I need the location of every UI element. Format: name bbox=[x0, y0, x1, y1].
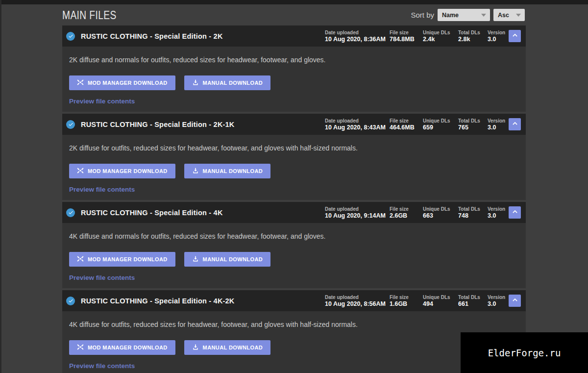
total-dls-label: Total DLs bbox=[458, 294, 488, 300]
file-description: 4K diffuse for outfits, reduced sizes fo… bbox=[69, 320, 516, 329]
date-uploaded-label: Date uploaded bbox=[325, 294, 390, 300]
chevron-up-icon bbox=[512, 208, 518, 217]
total-dls-label: Total DLs bbox=[458, 206, 488, 212]
chevron-up-icon bbox=[512, 297, 518, 305]
vortex-icon bbox=[77, 255, 84, 263]
download-buttons-row: MOD MANAGER DOWNLOAD MANUAL DOWNLOAD bbox=[69, 164, 516, 178]
total-dls-label: Total DLs bbox=[458, 118, 488, 124]
mod-manager-download-label: MOD MANAGER DOWNLOAD bbox=[88, 345, 168, 350]
total-dls-value: 661 bbox=[458, 300, 488, 308]
manual-download-button[interactable]: MANUAL DOWNLOAD bbox=[184, 164, 271, 178]
collapse-button[interactable] bbox=[509, 206, 521, 219]
file-body: 4K diffuse for outfits, reduced sizes fo… bbox=[62, 311, 526, 373]
total-dls-value: 2.8k bbox=[458, 36, 488, 43]
preview-file-contents-link[interactable]: Preview file contents bbox=[69, 274, 135, 281]
date-uploaded-label: Date uploaded bbox=[325, 29, 390, 36]
mod-manager-download-button[interactable]: MOD MANAGER DOWNLOAD bbox=[69, 252, 175, 267]
mod-manager-download-label: MOD MANAGER DOWNLOAD bbox=[88, 168, 168, 174]
unique-dls-value: 659 bbox=[423, 124, 458, 131]
total-dls-value: 748 bbox=[458, 212, 488, 220]
manual-download-button[interactable]: MANUAL DOWNLOAD bbox=[184, 75, 271, 90]
date-uploaded-value: 10 Aug 2020, 8:56AM bbox=[325, 300, 390, 308]
file-size-value: 1.6GB bbox=[390, 300, 423, 308]
file-header[interactable]: RUSTIC CLOTHING - Special Edition - 2K-1… bbox=[62, 114, 526, 135]
mod-manager-download-button[interactable]: MOD MANAGER DOWNLOAD bbox=[69, 340, 175, 355]
mod-manager-download-button[interactable]: MOD MANAGER DOWNLOAD bbox=[69, 164, 175, 178]
file-header[interactable]: RUSTIC CLOTHING - Special Edition - 4K-2… bbox=[62, 290, 526, 311]
collapse-button[interactable] bbox=[509, 295, 521, 307]
sort-field-select[interactable]: Name bbox=[438, 9, 490, 21]
version-label: Version bbox=[488, 118, 509, 124]
file-body: 2K diffuse and normals for outfits, redu… bbox=[62, 47, 526, 112]
file-title: RUSTIC CLOTHING - Special Edition - 4K bbox=[81, 209, 325, 217]
unique-dls-value: 663 bbox=[423, 212, 458, 220]
watermark: ElderForge.ru bbox=[461, 332, 588, 373]
unique-dls-label: Unique DLs bbox=[423, 206, 458, 212]
manual-download-label: MANUAL DOWNLOAD bbox=[203, 80, 263, 86]
main-files-section: MAIN FILES Sort by Name Asc RUSTIC CLOTH… bbox=[62, 4, 526, 373]
sort-field-value: Name bbox=[442, 12, 459, 19]
file-description: 2K diffuse for outfits, reduced sizes fo… bbox=[69, 143, 516, 153]
version-value: 3.0 bbox=[488, 36, 509, 43]
window-top-edge bbox=[0, 0, 588, 4]
vortex-icon bbox=[77, 167, 84, 175]
file-meta: Date uploaded10 Aug 2020, 9:14AM File si… bbox=[325, 206, 521, 220]
file-size-value: 2.6GB bbox=[390, 212, 423, 220]
section-header-row: MAIN FILES Sort by Name Asc bbox=[62, 4, 526, 25]
unique-dls-value: 494 bbox=[423, 300, 458, 308]
file-body: 2K diffuse for outfits, reduced sizes fo… bbox=[62, 135, 526, 200]
version-label: Version bbox=[488, 206, 509, 212]
unique-dls-label: Unique DLs bbox=[423, 29, 458, 36]
unique-dls-value: 2.4k bbox=[423, 36, 458, 43]
preview-file-contents-link[interactable]: Preview file contents bbox=[69, 362, 135, 370]
download-icon bbox=[192, 79, 199, 87]
mod-manager-download-label: MOD MANAGER DOWNLOAD bbox=[88, 80, 168, 86]
file-card: RUSTIC CLOTHING - Special Edition - 2K-1… bbox=[62, 114, 526, 200]
download-buttons-row: MOD MANAGER DOWNLOAD MANUAL DOWNLOAD bbox=[69, 252, 516, 267]
unique-dls-label: Unique DLs bbox=[423, 294, 458, 300]
check-circle-icon bbox=[66, 32, 75, 41]
file-title: RUSTIC CLOTHING - Special Edition - 4K-2… bbox=[81, 297, 325, 305]
file-title: RUSTIC CLOTHING - Special Edition - 2K-1… bbox=[81, 121, 325, 128]
unique-dls-label: Unique DLs bbox=[423, 118, 458, 124]
version-label: Version bbox=[488, 29, 509, 36]
file-header[interactable]: RUSTIC CLOTHING - Special Edition - 2K D… bbox=[62, 25, 526, 47]
download-buttons-row: MOD MANAGER DOWNLOAD MANUAL DOWNLOAD bbox=[69, 75, 516, 90]
mod-manager-download-label: MOD MANAGER DOWNLOAD bbox=[88, 256, 168, 262]
total-dls-label: Total DLs bbox=[458, 29, 488, 36]
window-left-edge bbox=[0, 0, 1, 373]
sort-direction-value: Asc bbox=[498, 12, 509, 19]
file-card: RUSTIC CLOTHING - Special Edition - 2K D… bbox=[62, 25, 526, 112]
file-size-label: File size bbox=[390, 294, 423, 300]
manual-download-label: MANUAL DOWNLOAD bbox=[203, 345, 263, 350]
file-size-label: File size bbox=[390, 206, 423, 212]
sort-by-label: Sort by bbox=[411, 11, 434, 19]
download-buttons-row: MOD MANAGER DOWNLOAD MANUAL DOWNLOAD bbox=[69, 340, 516, 355]
mod-manager-download-button[interactable]: MOD MANAGER DOWNLOAD bbox=[69, 75, 175, 90]
vortex-icon bbox=[77, 344, 84, 351]
file-card: RUSTIC CLOTHING - Special Edition - 4K-2… bbox=[62, 290, 526, 373]
date-uploaded-value: 10 Aug 2020, 8:43AM bbox=[325, 124, 390, 131]
check-circle-icon bbox=[66, 208, 75, 217]
file-meta: Date uploaded10 Aug 2020, 8:36AM File si… bbox=[325, 29, 521, 43]
date-uploaded-label: Date uploaded bbox=[325, 118, 390, 124]
manual-download-label: MANUAL DOWNLOAD bbox=[203, 168, 263, 174]
collapse-button[interactable] bbox=[509, 118, 521, 130]
file-header[interactable]: RUSTIC CLOTHING - Special Edition - 4K D… bbox=[62, 202, 526, 223]
manual-download-label: MANUAL DOWNLOAD bbox=[203, 256, 263, 262]
check-circle-icon bbox=[66, 120, 75, 129]
chevron-up-icon bbox=[512, 32, 518, 40]
sort-direction-select[interactable]: Asc bbox=[493, 9, 525, 21]
file-body: 4K diffuse and normals for outfits, redu… bbox=[62, 223, 526, 288]
check-circle-icon bbox=[66, 297, 75, 305]
download-icon bbox=[192, 255, 199, 263]
sort-controls: Sort by Name Asc bbox=[411, 9, 525, 21]
manual-download-button[interactable]: MANUAL DOWNLOAD bbox=[184, 340, 271, 355]
collapse-button[interactable] bbox=[509, 30, 521, 42]
total-dls-value: 765 bbox=[458, 124, 488, 131]
preview-file-contents-link[interactable]: Preview file contents bbox=[69, 186, 135, 193]
preview-file-contents-link[interactable]: Preview file contents bbox=[69, 98, 135, 105]
manual-download-button[interactable]: MANUAL DOWNLOAD bbox=[184, 252, 271, 267]
chevron-up-icon bbox=[512, 120, 518, 128]
file-meta: Date uploaded10 Aug 2020, 8:43AM File si… bbox=[325, 118, 521, 131]
